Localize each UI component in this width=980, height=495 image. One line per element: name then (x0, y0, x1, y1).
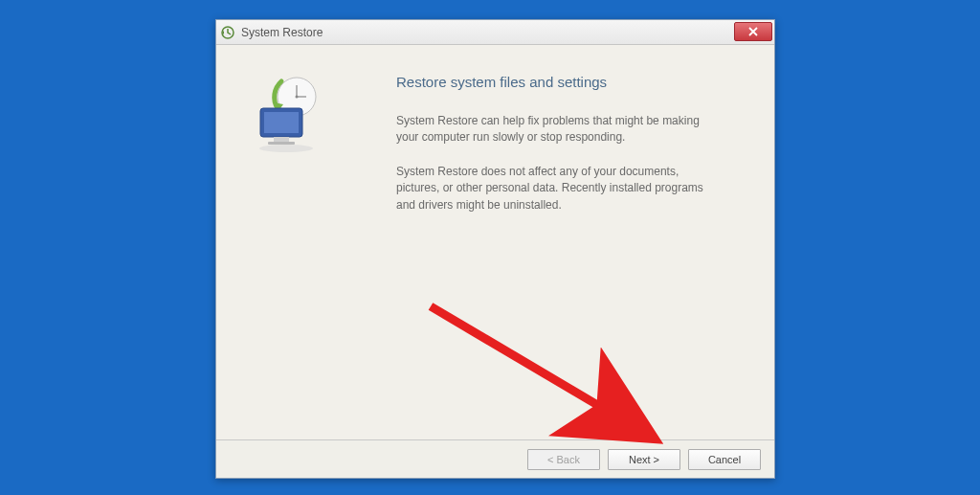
description-paragraph-2: System Restore does not affect any of yo… (396, 164, 722, 214)
content-area: Restore system files and settings System… (216, 45, 774, 439)
right-pane: Restore system files and settings System… (363, 64, 747, 430)
close-button[interactable] (734, 22, 772, 41)
next-button[interactable]: Next > (608, 449, 680, 470)
restore-graphic-icon (243, 72, 329, 158)
cancel-button[interactable]: Cancel (688, 449, 761, 470)
system-restore-window: System Restore (215, 19, 775, 479)
system-restore-icon (220, 25, 235, 40)
button-bar: < Back Next > Cancel (216, 439, 774, 478)
back-button: < Back (527, 449, 600, 470)
svg-rect-8 (268, 142, 295, 145)
description-paragraph-1: System Restore can help fix problems tha… (396, 113, 722, 146)
svg-rect-7 (274, 137, 289, 142)
titlebar: System Restore (216, 20, 774, 45)
left-pane (234, 64, 363, 430)
svg-point-9 (259, 145, 313, 152)
svg-rect-6 (264, 112, 299, 133)
page-heading: Restore system files and settings (396, 74, 747, 90)
window-title: System Restore (241, 26, 323, 39)
